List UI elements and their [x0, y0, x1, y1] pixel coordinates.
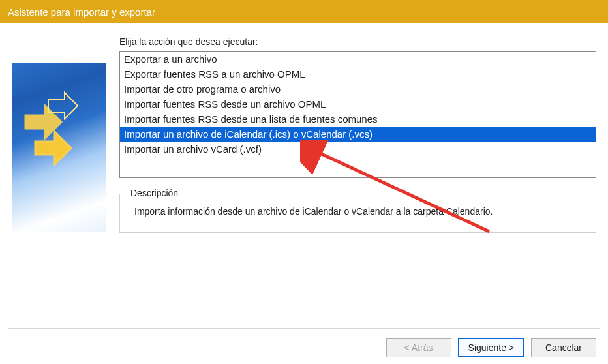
button-divider — [8, 328, 600, 329]
list-item-selected[interactable]: Importar un archivo de iCalendar (.ics) … — [120, 127, 596, 142]
list-item[interactable]: Importar fuentes RSS desde una lista de … — [120, 112, 596, 127]
main-panel: Elija la acción que desea ejecutar: Expo… — [119, 37, 596, 233]
wizard-sidebar-image — [12, 63, 106, 232]
list-item[interactable]: Importar fuentes RSS desde un archivo OP… — [120, 97, 596, 112]
next-button[interactable]: Siguiente > — [458, 338, 524, 357]
dialog-content: Elija la acción que desea ejecutar: Expo… — [0, 23, 608, 239]
description-title: Descripción — [127, 188, 182, 198]
list-item[interactable]: Exportar a un archivo — [120, 52, 596, 67]
list-item[interactable]: Importar un archivo vCard (.vcf) — [120, 142, 596, 157]
window-titlebar: Asistente para importar y exportar — [0, 0, 608, 23]
arrows-decor-icon — [19, 89, 104, 181]
back-button: < Atrás — [386, 338, 451, 357]
action-prompt-label: Elija la acción que desea ejecutar: — [119, 37, 596, 47]
button-bar: < Atrás Siguiente > Cancelar — [386, 338, 596, 357]
action-listbox[interactable]: Exportar a un archivo Exportar fuentes R… — [119, 51, 596, 178]
cancel-button[interactable]: Cancelar — [531, 338, 596, 357]
description-groupbox: Descripción Importa información desde un… — [119, 194, 596, 233]
window-title: Asistente para importar y exportar — [8, 7, 155, 18]
list-item[interactable]: Exportar fuentes RSS a un archivo OPML — [120, 67, 596, 82]
list-item[interactable]: Importar de otro programa o archivo — [120, 82, 596, 97]
description-text: Importa información desde un archivo de … — [129, 206, 586, 217]
